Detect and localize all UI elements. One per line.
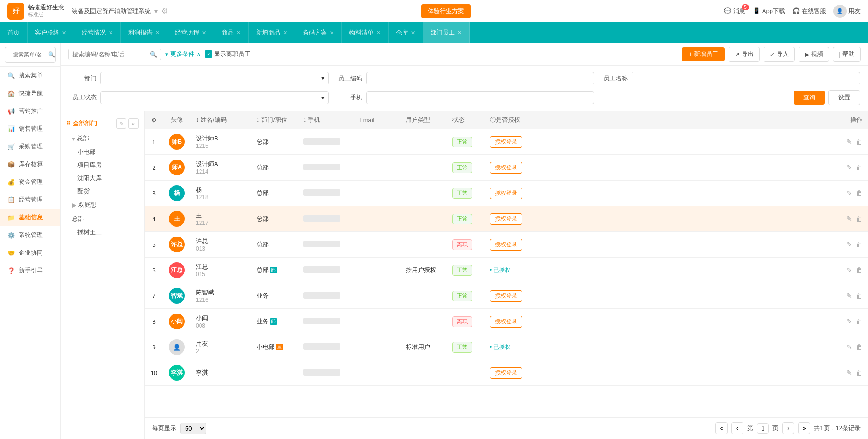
delete-icon[interactable]: 🗑: [856, 318, 862, 325]
dept-edit-icon[interactable]: ✎: [116, 118, 126, 129]
tab-home[interactable]: 首页: [0, 22, 28, 43]
sidebar-item-search[interactable]: 🔍搜索菜单: [0, 67, 60, 84]
more-filters-btn[interactable]: ▾ 更多条件 ∧: [165, 50, 201, 58]
tab-material[interactable]: 物料清单✕: [342, 22, 389, 43]
auth-login-btn[interactable]: 授权登录: [490, 290, 522, 302]
auth-login-btn[interactable]: 授权登录: [490, 239, 522, 251]
tab-operation[interactable]: 经营情况✕: [74, 22, 121, 43]
query-btn[interactable]: 查询: [794, 91, 825, 105]
export-btn[interactable]: ↗ 导出: [729, 47, 760, 62]
edit-icon[interactable]: ✎: [847, 215, 852, 223]
tab-material-close[interactable]: ✕: [376, 30, 381, 36]
tab-employee-close[interactable]: ✕: [458, 30, 462, 36]
edit-icon[interactable]: ✎: [847, 241, 852, 248]
tab-customer-close[interactable]: ✕: [62, 30, 66, 36]
sidebar-item-nav[interactable]: 🏠快捷导航: [0, 84, 60, 102]
page-size-select[interactable]: 50 100 200: [180, 423, 206, 434]
row-auth[interactable]: 授权登录: [484, 155, 540, 181]
dept-item-zongbu-parent[interactable]: ▾ 总部: [61, 132, 144, 146]
sidebar-item-basic[interactable]: 📁基础信息: [0, 209, 60, 226]
th-phone[interactable]: ↕ 手机: [298, 111, 354, 129]
row-auth[interactable]: 授权登录: [484, 181, 540, 206]
delete-icon[interactable]: 🗑: [856, 164, 862, 171]
emp-name-input[interactable]: [632, 72, 860, 84]
prev-page-btn[interactable]: ‹: [731, 422, 743, 434]
edit-icon[interactable]: ✎: [847, 189, 852, 197]
delete-icon[interactable]: 🗑: [856, 215, 862, 223]
tab-new-goods[interactable]: 新增商品✕: [249, 22, 295, 43]
row-auth[interactable]: 授权登录: [484, 360, 540, 386]
dept-filter-select[interactable]: ▾: [100, 72, 329, 84]
edit-icon[interactable]: ✎: [847, 266, 852, 274]
system-dropdown-btn[interactable]: ▾: [154, 7, 158, 15]
tab-employee[interactable]: 部门员工✕: [423, 22, 470, 43]
auth-login-btn[interactable]: 授权登录: [490, 162, 522, 174]
emp-code-input[interactable]: [366, 72, 595, 84]
delete-icon[interactable]: 🗑: [856, 189, 862, 197]
trial-btn[interactable]: 体验行业方案: [421, 4, 471, 18]
th-name[interactable]: ↕ 姓名/编码: [190, 111, 251, 129]
auth-login-btn[interactable]: 授权登录: [490, 213, 522, 225]
next-page-btn[interactable]: ›: [782, 422, 794, 434]
tab-goods[interactable]: 商品✕: [214, 22, 249, 43]
edit-icon[interactable]: ✎: [847, 318, 852, 325]
dept-subitem-chushu[interactable]: 插树王二: [61, 226, 144, 239]
app-download-btn[interactable]: 📱 App下载: [753, 7, 785, 15]
help-btn[interactable]: | 帮助: [833, 47, 861, 62]
dept-subitem-peihuo[interactable]: 配货: [61, 185, 144, 198]
delete-icon[interactable]: 🗑: [856, 138, 862, 146]
tab-barcode-close[interactable]: ✕: [330, 30, 334, 36]
th-dept[interactable]: ↕ 部门/职位: [251, 111, 298, 129]
auth-login-btn[interactable]: 授权登录: [490, 136, 522, 148]
last-page-btn[interactable]: »: [798, 422, 810, 434]
tab-new-goods-close[interactable]: ✕: [283, 30, 287, 36]
user-btn[interactable]: 👤 用友: [833, 5, 861, 18]
phone-input[interactable]: [366, 91, 595, 104]
delete-icon[interactable]: 🗑: [856, 292, 862, 300]
auth-login-btn[interactable]: 授权登录: [490, 316, 522, 328]
employee-search-input[interactable]: [72, 51, 147, 58]
add-employee-btn[interactable]: + 新增员工: [682, 47, 724, 61]
tab-profit-close[interactable]: ✕: [155, 30, 160, 36]
sidebar-item-collab[interactable]: 🤝企业协同: [0, 244, 60, 262]
dept-item-zongbu[interactable]: 总部: [61, 212, 144, 226]
tab-barcode[interactable]: 条码方案✕: [295, 22, 342, 43]
reset-btn[interactable]: 设置: [828, 90, 860, 105]
show-archived-toggle[interactable]: ✓ 显示离职员工: [205, 50, 250, 58]
sidebar-item-sales[interactable]: 📊销售管理: [0, 120, 60, 138]
sidebar-item-marketing[interactable]: 📢营销推广: [0, 102, 60, 120]
settings-btn[interactable]: ⚙: [161, 7, 168, 15]
dept-item-shuangting[interactable]: ▶ 双庭想: [61, 198, 144, 212]
th-settings[interactable]: ⚙: [145, 111, 163, 129]
online-service-btn[interactable]: 🎧 在线客服: [792, 7, 826, 15]
tab-history-close[interactable]: ✕: [202, 30, 206, 36]
first-page-btn[interactable]: «: [715, 422, 728, 434]
tab-warehouse-close[interactable]: ✕: [411, 30, 415, 36]
edit-icon[interactable]: ✎: [847, 343, 852, 351]
tab-customer[interactable]: 客户联络✕: [28, 22, 74, 43]
view-btn[interactable]: ▶ 视频: [799, 47, 829, 62]
tab-history[interactable]: 经营历程✕: [167, 22, 214, 43]
auth-login-btn[interactable]: 授权登录: [490, 188, 522, 199]
delete-icon[interactable]: 🗑: [856, 369, 862, 376]
tab-profit[interactable]: 利润报告✕: [121, 22, 167, 43]
message-btn[interactable]: 💬 消息 5: [724, 7, 745, 15]
row-auth[interactable]: 授权登录: [484, 129, 540, 155]
tab-operation-close[interactable]: ✕: [109, 30, 113, 36]
tab-warehouse[interactable]: 仓库✕: [389, 22, 423, 43]
row-auth[interactable]: 授权登录: [484, 232, 540, 258]
dept-subitem-shenyang[interactable]: 沈阳大库: [61, 172, 144, 185]
sidebar-search-input[interactable]: [9, 49, 46, 60]
sidebar-item-guide[interactable]: ❓新手引导: [0, 262, 60, 279]
delete-icon[interactable]: 🗑: [856, 266, 862, 274]
delete-icon[interactable]: 🗑: [856, 343, 862, 351]
delete-icon[interactable]: 🗑: [856, 241, 862, 248]
sidebar-item-inventory[interactable]: 📦库存核算: [0, 155, 60, 173]
row-auth[interactable]: 授权登录: [484, 283, 540, 309]
edit-icon[interactable]: ✎: [847, 292, 852, 300]
sidebar-item-finance[interactable]: 💰资金管理: [0, 173, 60, 191]
sidebar-item-management[interactable]: 📋经营管理: [0, 191, 60, 209]
edit-icon[interactable]: ✎: [847, 164, 852, 171]
dept-collapse-icon[interactable]: «: [128, 118, 139, 129]
auth-login-btn[interactable]: 授权登录: [490, 367, 522, 379]
